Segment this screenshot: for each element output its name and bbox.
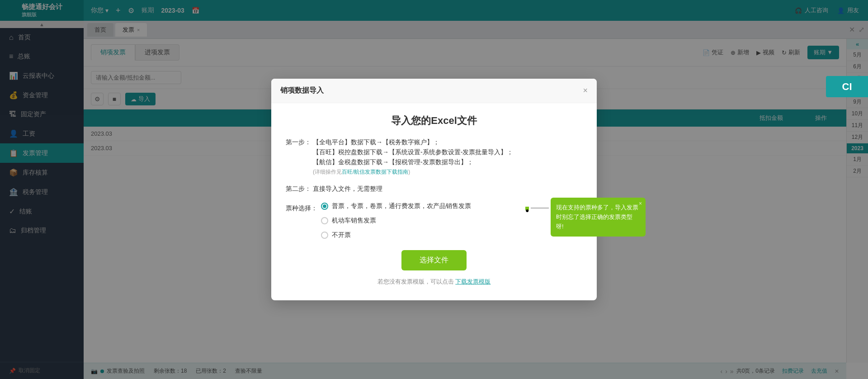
tooltip-dot: ● [525, 207, 529, 210]
step1-line1: 【全电平台】数据下载→【税务数字账户】； [313, 138, 513, 147]
radio-checked-1 [321, 203, 328, 210]
guide-link[interactable]: 百旺/航信发票数据下载指南 [342, 169, 408, 175]
step1-note: (详细操作见百旺/航信发票数据下载指南) [313, 168, 513, 176]
template-note: 若您没有发票模版，可以点击 下载发票模版 [286, 278, 582, 286]
ticket-label: 票种选择： [286, 202, 317, 214]
modal-header: 销项数据导入 × [271, 79, 597, 103]
modal-close-btn[interactable]: × [583, 86, 588, 95]
tooltip-close-btn[interactable]: × [639, 199, 642, 208]
ci-badge[interactable]: CI [826, 76, 868, 97]
radio-option-1[interactable]: 普票，专票，卷票，通行费发票，农产品销售发票 [321, 202, 471, 210]
radio-circle-3 [321, 232, 328, 239]
ticket-select-row: 票种选择： 普票，专票，卷票，通行费发票，农产品销售发票 机动车销售发票 不开票 [286, 202, 582, 239]
modal-title: 销项数据导入 [280, 86, 324, 95]
select-file-btn[interactable]: 选择文件 [401, 250, 467, 270]
radio-dot-1 [323, 204, 326, 208]
modal-body: 导入您的Excel文件 第一步： 【全电平台】数据下载→【税务数字账户】； 【百… [271, 103, 597, 300]
step2-text: 直接导入文件，无需整理 [313, 185, 382, 193]
radio-group: 普票，专票，卷票，通行费发票，农产品销售发票 机动车销售发票 不开票 [321, 202, 471, 239]
step2: 第二步： 直接导入文件，无需整理 [286, 185, 582, 193]
modal-main-title: 导入您的Excel文件 [286, 114, 582, 128]
tooltip-popup: × 现在支持的票种多了，导入发票时别忘了选择正确的发票类型呀! [551, 198, 646, 237]
step1-label: 第一步： [286, 138, 311, 147]
step1-line2: 【百旺】税控盘数据下载→【系统设置-系统参数设置-发票批量导入】； [313, 148, 513, 156]
radio-option-2[interactable]: 机动车销售发票 [321, 217, 471, 225]
step2-label: 第二步： [286, 185, 311, 193]
radio-option-3[interactable]: 不开票 [321, 231, 471, 239]
download-template-link[interactable]: 下载发票模版 [455, 278, 491, 285]
step1: 第一步： 【全电平台】数据下载→【税务数字账户】； 【百旺】税控盘数据下载→【系… [286, 138, 582, 176]
import-modal: 销项数据导入 × 导入您的Excel文件 第一步： 【全电平台】数据下载→【税务… [271, 79, 597, 300]
tooltip-line [531, 208, 549, 208]
radio-circle-2 [321, 217, 328, 224]
step1-line3: 【航信】金税盘数据下载→【报税管理-发票数据导出】； [313, 158, 513, 166]
